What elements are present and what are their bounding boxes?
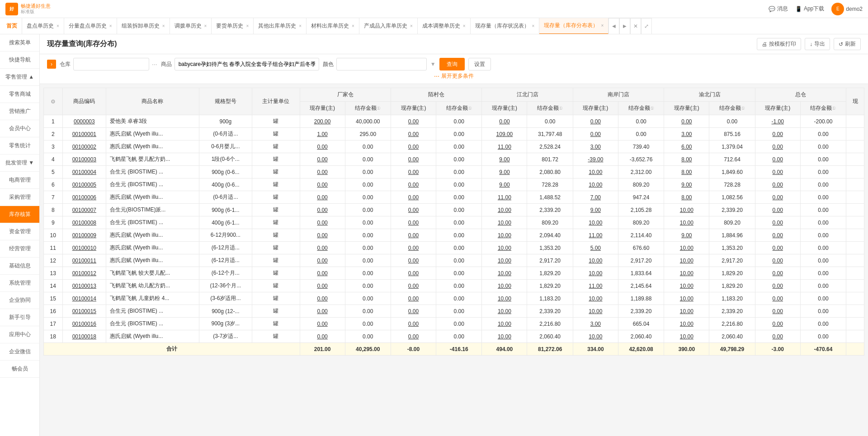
row-c2-qty[interactable]: 0.00	[391, 216, 436, 229]
nav-prev-btn[interactable]: ◀	[609, 18, 619, 34]
row-c1-qty[interactable]: 0.00	[300, 292, 345, 305]
sidebar-item-nav[interactable]: 快捷导航	[0, 52, 39, 69]
row-c5-qty[interactable]: 10.00	[664, 216, 709, 229]
row-c2-qty[interactable]: 0.00	[391, 242, 436, 254]
row-c2-qty[interactable]: 0.00	[391, 330, 436, 343]
row-c2-qty[interactable]: 0.00	[391, 166, 436, 178]
color-dropdown-icon[interactable]: ▼	[430, 61, 436, 67]
row-total-qty[interactable]: 0.00	[755, 166, 800, 178]
app-download-btn[interactable]: 📱 App下载	[795, 5, 824, 13]
sidebar-item-ecommerce[interactable]: 电商管理	[0, 172, 39, 189]
row-c4-qty[interactable]: 10.00	[573, 216, 618, 229]
row-c5-qty[interactable]: 10.00	[664, 280, 709, 292]
sidebar-item-system[interactable]: 系统管理	[0, 275, 39, 292]
filter-toggle-btn[interactable]: ›	[47, 60, 56, 69]
row-c3-qty[interactable]: 11.00	[482, 191, 527, 204]
row-code[interactable]: 0000003	[62, 115, 106, 128]
row-c3-qty[interactable]: 10.00	[482, 229, 527, 242]
row-c1-qty[interactable]: 0.00	[300, 166, 345, 178]
row-c1-qty[interactable]: 0.00	[300, 204, 345, 216]
row-c3-qty[interactable]: 9.00	[482, 153, 527, 166]
user-avatar[interactable]: E demo2	[831, 3, 863, 15]
nav-expand-btn[interactable]: ⤢	[641, 18, 652, 34]
sidebar-item-marketing[interactable]: 营销推广	[0, 103, 39, 120]
row-c1-qty[interactable]: 0.00	[300, 178, 345, 191]
close-icon[interactable]: ×	[246, 23, 249, 28]
row-code[interactable]: 00100010	[62, 242, 106, 254]
row-c3-qty[interactable]: 10.00	[482, 280, 527, 292]
row-c2-qty[interactable]: 0.00	[391, 267, 436, 280]
row-total-qty[interactable]: 0.00	[755, 267, 800, 280]
row-total-qty[interactable]: 0.00	[755, 292, 800, 305]
sidebar-item-inventory[interactable]: 库存核算	[0, 206, 39, 223]
nav-next-btn[interactable]: ▶	[619, 18, 630, 34]
warehouse-ellipsis-btn[interactable]: ···	[152, 61, 157, 68]
row-c1-qty[interactable]: 0.00	[300, 305, 345, 318]
row-c3-qty[interactable]: 9.00	[482, 178, 527, 191]
row-c1-qty[interactable]: 0.00	[300, 318, 345, 330]
sidebar-item-collab[interactable]: 企业协同	[0, 292, 39, 309]
row-c5-qty[interactable]: 8.00	[664, 191, 709, 204]
row-c1-qty[interactable]: 0.00	[300, 229, 345, 242]
row-c4-qty[interactable]: 10.00	[573, 254, 618, 267]
row-total-qty[interactable]: 0.00	[755, 330, 800, 343]
row-total-qty[interactable]: 0.00	[755, 216, 800, 229]
product-input[interactable]	[175, 58, 319, 70]
row-c2-qty[interactable]: 0.00	[391, 128, 436, 141]
row-c5-qty[interactable]: 10.00	[664, 292, 709, 305]
tab-home[interactable]: 首页	[2, 18, 22, 34]
row-c4-qty[interactable]: -39.00	[573, 153, 618, 166]
tab-other-out[interactable]: 其他出库单历史 ×	[254, 18, 307, 34]
row-c3-qty[interactable]: 10.00	[482, 204, 527, 216]
row-c1-qty[interactable]: 0.00	[300, 216, 345, 229]
tab-stock-dist[interactable]: 现存量（库存分布表）×	[539, 18, 609, 34]
row-c4-qty[interactable]: 3.00	[573, 141, 618, 153]
tab-product-in[interactable]: 产成品入库单历史 ×	[359, 18, 418, 34]
close-icon[interactable]: ×	[299, 23, 302, 28]
row-c4-qty[interactable]: 5.00	[573, 242, 618, 254]
row-code[interactable]: 00100012	[62, 267, 106, 280]
row-code[interactable]: 00100005	[62, 178, 106, 191]
row-c2-qty[interactable]: 0.00	[391, 254, 436, 267]
row-c1-qty[interactable]: 0.00	[300, 330, 345, 343]
close-icon[interactable]: ×	[463, 23, 466, 28]
row-total-qty[interactable]: 0.00	[755, 204, 800, 216]
warehouse-input[interactable]	[73, 58, 149, 70]
row-total-qty[interactable]: 0.00	[755, 318, 800, 330]
row-c4-qty[interactable]: 7.00	[573, 191, 618, 204]
row-c4-qty[interactable]: 10.00	[573, 178, 618, 191]
row-c5-qty[interactable]: 10.00	[664, 254, 709, 267]
row-code[interactable]: 00100007	[62, 204, 106, 216]
sidebar-item-base[interactable]: 基础信息	[0, 258, 39, 275]
row-code[interactable]: 00100003	[62, 153, 106, 166]
row-c2-qty[interactable]: 0.00	[391, 153, 436, 166]
row-c2-qty[interactable]: 0.00	[391, 178, 436, 191]
row-code[interactable]: 00100004	[62, 166, 106, 178]
sidebar-item-weixin[interactable]: 企业微信	[0, 343, 39, 361]
row-total-qty[interactable]: 0.00	[755, 280, 800, 292]
sidebar-item-operations[interactable]: 经营管理	[0, 240, 39, 258]
row-code[interactable]: 00100014	[62, 292, 106, 305]
row-c1-qty[interactable]: 0.00	[300, 242, 345, 254]
row-code[interactable]: 00100018	[62, 330, 106, 343]
row-c5-qty[interactable]: 10.00	[664, 330, 709, 343]
tab-order[interactable]: 要货单历史 ×	[212, 18, 254, 34]
row-c5-qty[interactable]: 10.00	[664, 318, 709, 330]
row-c5-qty[interactable]: 9.00	[664, 229, 709, 242]
row-code[interactable]: 00100013	[62, 280, 106, 292]
row-c4-qty[interactable]: 10.00	[573, 267, 618, 280]
row-c1-qty[interactable]: 0.00	[300, 153, 345, 166]
row-c2-qty[interactable]: 0.00	[391, 305, 436, 318]
row-c1-qty[interactable]: 200.00	[300, 115, 345, 128]
row-c2-qty[interactable]: 0.00	[391, 280, 436, 292]
row-c3-qty[interactable]: 10.00	[482, 318, 527, 330]
row-c4-qty[interactable]: 10.00	[573, 330, 618, 343]
row-c5-qty[interactable]: 10.00	[664, 305, 709, 318]
row-total-qty[interactable]: 0.00	[755, 178, 800, 191]
row-c1-qty[interactable]: 0.00	[300, 267, 345, 280]
row-c2-qty[interactable]: 0.00	[391, 191, 436, 204]
row-c3-qty[interactable]: 10.00	[482, 242, 527, 254]
row-c5-qty[interactable]: 10.00	[664, 204, 709, 216]
row-c3-qty[interactable]: 10.00	[482, 305, 527, 318]
row-c4-qty[interactable]: 11.00	[573, 229, 618, 242]
